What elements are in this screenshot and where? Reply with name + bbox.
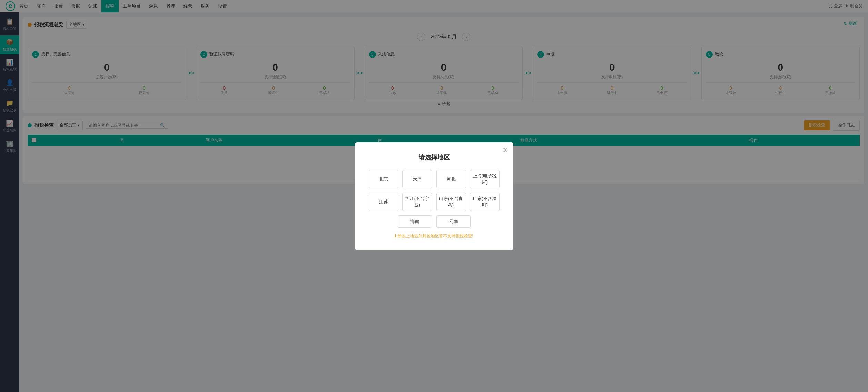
modal-close-button[interactable]: ✕ xyxy=(503,147,508,153)
region-btn-beijing[interactable]: 北京 xyxy=(369,170,398,188)
modal-overlay[interactable]: ✕ 请选择地区 北京 天津 河北 上海(电子税局) 江苏 浙江(不含宁波) 山东… xyxy=(0,0,868,392)
modal-title: 请选择地区 xyxy=(369,153,500,162)
region-btn-guangdong[interactable]: 广东(不含深圳) xyxy=(470,193,500,211)
warning-text: 除以上地区外其他地区暂不支持报税检查! xyxy=(398,233,473,239)
region-btn-shanghai[interactable]: 上海(电子税局) xyxy=(470,170,500,188)
warning-icon: ℹ xyxy=(395,234,396,238)
region-btn-zhejiang[interactable]: 浙江(不含宁波) xyxy=(402,193,432,211)
region-grid-row1: 北京 天津 河北 上海(电子税局) xyxy=(369,170,500,188)
region-btn-hebei[interactable]: 河北 xyxy=(436,170,466,188)
region-btn-tianjin[interactable]: 天津 xyxy=(402,170,432,188)
region-select-modal: ✕ 请选择地区 北京 天津 河北 上海(电子税局) 江苏 浙江(不含宁波) 山东… xyxy=(355,142,513,250)
region-btn-hainan[interactable]: 海南 xyxy=(398,215,432,228)
region-warning: ℹ 除以上地区外其他地区暂不支持报税检查! xyxy=(369,233,500,239)
region-btn-shandong[interactable]: 山东(不含青岛) xyxy=(436,193,466,211)
region-btn-jiangsu[interactable]: 江苏 xyxy=(369,193,398,211)
region-grid-row3: 海南 云南 xyxy=(369,215,500,228)
region-grid-row2: 江苏 浙江(不含宁波) 山东(不含青岛) 广东(不含深圳) xyxy=(369,193,500,211)
region-btn-yunnan[interactable]: 云南 xyxy=(436,215,471,228)
